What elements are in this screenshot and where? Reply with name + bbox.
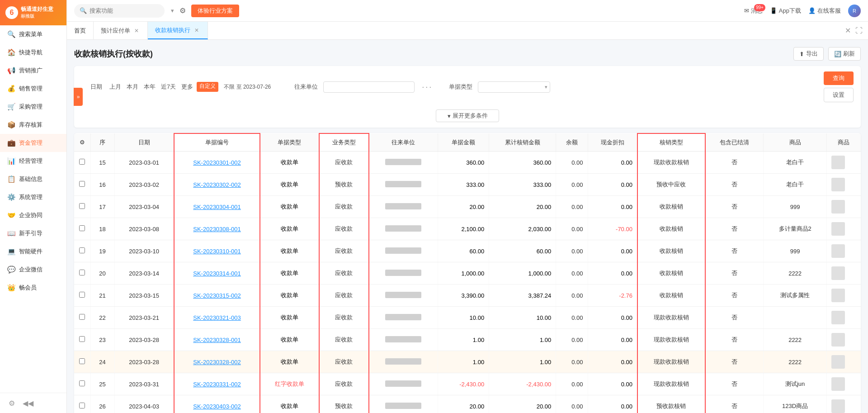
bill-no-link[interactable]: SK-20230314-001 (193, 270, 241, 277)
sidebar-item-sales[interactable]: 💰 销售管理 (0, 80, 66, 98)
bill-no-link[interactable]: SK-20230331-002 (193, 381, 241, 388)
tab-prepay-close[interactable]: ✕ (133, 27, 140, 34)
td-checkbox[interactable] (74, 262, 90, 285)
bill-type-select[interactable] (478, 81, 550, 93)
td-checkbox[interactable] (74, 218, 90, 240)
td-bill-no[interactable]: SK-20230403-002 (174, 395, 260, 413)
td-bill-no[interactable]: SK-20230314-001 (174, 262, 260, 285)
industry-btn[interactable]: 体验行业方案 (191, 5, 239, 17)
td-bill-no[interactable]: SK-20230315-002 (174, 285, 260, 307)
sidebar-item-basic[interactable]: 📋 基础信息 (0, 170, 66, 188)
tab-home[interactable]: 首页 (67, 22, 94, 39)
sidebar-item-purchase[interactable]: 🛒 采购管理 (0, 98, 66, 116)
app-download-btn[interactable]: 📱 App下载 (770, 7, 801, 15)
user-avatar[interactable]: R (848, 5, 861, 17)
bill-no-link[interactable]: SK-20230304-001 (193, 204, 241, 210)
filter-toggle-btn[interactable]: » (74, 88, 83, 106)
settings-icon[interactable]: ⚙ (80, 139, 85, 146)
tab-receipt-close[interactable]: ✕ (193, 27, 200, 34)
bill-no-link[interactable]: SK-20230321-003 (193, 314, 241, 321)
row-checkbox[interactable] (79, 336, 85, 342)
table-row[interactable]: 16 2023-03-02 SK-20230302-002 收款单 预收款 33… (74, 174, 861, 196)
message-btn[interactable]: ✉ 消息 99+ (744, 7, 763, 15)
td-bill-no[interactable]: SK-20230331-002 (174, 373, 260, 395)
sidebar-item-inventory[interactable]: 📦 库存核算 (0, 116, 66, 134)
date-7days[interactable]: 近7天 (159, 82, 178, 92)
sidebar-item-finance[interactable]: 💼 资金管理 (0, 134, 66, 152)
search-input[interactable] (90, 7, 159, 14)
collapse-btn[interactable]: ◀◀ (22, 397, 34, 409)
td-checkbox[interactable] (74, 373, 90, 395)
bill-no-link[interactable]: SK-20230302-002 (193, 181, 241, 188)
row-checkbox[interactable] (79, 247, 85, 253)
td-checkbox[interactable] (74, 307, 90, 329)
date-this-month[interactable]: 本月 (125, 82, 140, 92)
bill-no-link[interactable]: SK-20230308-001 (193, 226, 241, 233)
sidebar-item-quick[interactable]: 🏠 快捷导航 (0, 43, 66, 62)
tab-receipt[interactable]: 收款核销执行 ✕ (148, 22, 208, 39)
table-row[interactable]: 18 2023-03-08 SK-20230308-001 收款单 应收款 2,… (74, 218, 861, 240)
row-checkbox[interactable] (79, 292, 85, 298)
table-row[interactable]: 20 2023-03-14 SK-20230314-001 收款单 应收款 1,… (74, 262, 861, 285)
bill-no-link[interactable]: SK-20230301-002 (193, 159, 241, 166)
sidebar-item-hardware[interactable]: 💻 智能硬件 (0, 242, 66, 261)
date-last-month[interactable]: 上月 (108, 82, 123, 92)
row-checkbox[interactable] (79, 358, 85, 364)
expand-tab-icon[interactable]: ⛶ (855, 27, 863, 35)
td-bill-no[interactable]: SK-20230301-002 (174, 152, 260, 174)
table-row[interactable]: 26 2023-04-03 SK-20230403-002 收款单 预收款 20… (74, 395, 861, 413)
chevron-down-icon[interactable]: ▾ (171, 7, 174, 14)
td-checkbox[interactable] (74, 285, 90, 307)
date-more[interactable]: 更多 (179, 82, 195, 92)
td-checkbox[interactable] (74, 329, 90, 351)
td-checkbox[interactable] (74, 174, 90, 196)
date-this-year[interactable]: 本年 (142, 82, 157, 92)
table-row[interactable]: 15 2023-03-01 SK-20230301-002 收款单 应收款 36… (74, 152, 861, 174)
td-checkbox[interactable] (74, 395, 90, 413)
td-checkbox[interactable] (74, 196, 90, 218)
row-checkbox[interactable] (79, 380, 85, 386)
sidebar-item-member[interactable]: 👑 畅会员 (0, 279, 66, 297)
bill-no-link[interactable]: SK-20230328-001 (193, 337, 241, 343)
row-checkbox[interactable] (79, 403, 85, 408)
td-bill-no[interactable]: SK-20230328-002 (174, 351, 260, 373)
td-bill-no[interactable]: SK-20230304-001 (174, 196, 260, 218)
sidebar-item-guide[interactable]: 📖 新手引导 (0, 224, 66, 242)
settings-btn[interactable]: ⚙ (5, 397, 18, 409)
table-row[interactable]: 24 2023-03-28 SK-20230328-002 收款单 应收款 1.… (74, 351, 861, 373)
row-checkbox[interactable] (79, 181, 85, 187)
td-checkbox[interactable] (74, 240, 90, 262)
td-bill-no[interactable]: SK-20230308-001 (174, 218, 260, 240)
bill-no-link[interactable]: SK-20230310-001 (193, 248, 241, 255)
td-bill-no[interactable]: SK-20230302-002 (174, 174, 260, 196)
sidebar-item-search[interactable]: 🔍 搜索菜单 (0, 25, 66, 43)
search-bar[interactable]: 🔍 (74, 4, 165, 18)
counterpart-input[interactable] (323, 81, 415, 93)
table-row[interactable]: 22 2023-03-21 SK-20230321-003 收款单 应收款 10… (74, 307, 861, 329)
row-checkbox[interactable] (79, 314, 85, 320)
export-btn[interactable]: ⬆ 导出 (793, 47, 824, 61)
query-btn[interactable]: 查询 (824, 71, 854, 85)
bill-no-link[interactable]: SK-20230328-002 (193, 359, 241, 366)
row-checkbox[interactable] (79, 203, 85, 209)
td-bill-no[interactable]: SK-20230328-001 (174, 329, 260, 351)
expand-btn[interactable]: ▾ 展开更多条件 (436, 109, 499, 122)
table-row[interactable]: 21 2023-03-15 SK-20230315-002 收款单 应收款 3,… (74, 285, 861, 307)
row-checkbox[interactable] (79, 159, 85, 165)
bill-no-link[interactable]: SK-20230315-002 (193, 292, 241, 299)
close-tab-icon[interactable]: ✕ (845, 26, 851, 35)
tab-prepay[interactable]: 预计应付单 ✕ (94, 22, 148, 39)
table-row[interactable]: 17 2023-03-04 SK-20230304-001 收款单 应收款 20… (74, 196, 861, 218)
td-bill-no[interactable]: SK-20230321-003 (174, 307, 260, 329)
setting-btn[interactable]: 设置 (824, 88, 854, 102)
sidebar-item-wechat[interactable]: 💬 企业微信 (0, 261, 66, 279)
table-row[interactable]: 25 2023-03-31 SK-20230331-002 红字收款单 应收款 … (74, 373, 861, 395)
online-service-btn[interactable]: 👤 在线客服 (808, 7, 841, 15)
sidebar-item-enterprise[interactable]: 🤝 企业协同 (0, 206, 66, 224)
td-checkbox[interactable] (74, 152, 90, 174)
sidebar-item-operation[interactable]: 📊 经营管理 (0, 152, 66, 170)
row-checkbox[interactable] (79, 225, 85, 231)
th-settings[interactable]: ⚙ (74, 133, 90, 152)
table-row[interactable]: 23 2023-03-28 SK-20230328-001 收款单 应收款 1.… (74, 329, 861, 351)
gear-icon[interactable]: ⚙ (179, 6, 186, 15)
